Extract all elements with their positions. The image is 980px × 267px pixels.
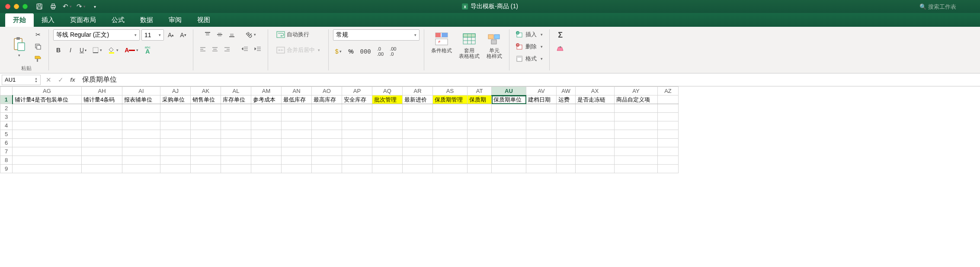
column-header[interactable]: AR [403,87,433,95]
cell[interactable] [251,104,282,113]
increase-decimal-button[interactable]: .0.00 [375,45,386,58]
undo-button[interactable]: ↶ [63,3,71,10]
cell[interactable] [576,156,615,165]
tab-home[interactable]: 开始 [5,13,34,27]
cell[interactable] [372,139,403,147]
cell[interactable] [122,139,160,147]
number-format-combo[interactable]: 常规▾ [333,29,420,41]
cell[interactable] [526,130,557,139]
cell[interactable] [492,104,526,113]
name-box-up[interactable]: ▲ [35,77,38,80]
cell[interactable] [160,121,191,130]
cell[interactable]: 参考成本 [251,95,282,104]
cell[interactable] [526,156,557,165]
cell[interactable] [615,139,658,147]
cell[interactable] [557,130,576,139]
font-name-combo[interactable]: 等线 Regular (正文)▾ [53,29,140,41]
decrease-decimal-button[interactable]: .00.0 [388,45,398,58]
cell[interactable] [221,113,251,121]
cell[interactable] [433,104,468,113]
row-header[interactable]: 4 [0,121,13,130]
clear-button[interactable] [554,44,567,54]
row-header[interactable]: 5 [0,130,13,139]
cell[interactable] [122,165,160,173]
cell[interactable] [526,121,557,130]
cell[interactable] [82,121,122,130]
font-color-button[interactable]: A [122,45,141,55]
cell[interactable] [82,156,122,165]
row-header[interactable]: 6 [0,139,13,147]
increase-indent-button[interactable] [252,44,263,54]
cell[interactable] [251,113,282,121]
cell[interactable] [615,165,658,173]
cell[interactable] [658,139,679,147]
format-painter-button[interactable] [32,54,44,64]
cell[interactable] [282,139,312,147]
cell[interactable] [282,130,312,139]
cell[interactable] [403,104,433,113]
cell[interactable]: 保质期单位 [492,95,526,104]
cut-button[interactable]: ✂ [33,29,43,40]
row-header[interactable]: 2 [0,104,13,113]
cell[interactable] [526,139,557,147]
cell[interactable] [576,147,615,156]
cell[interactable] [282,165,312,173]
spreadsheet-grid[interactable]: AGAHAIAJAKALAMANAOAPAQARASATAUAVAWAXAYAZ… [0,86,980,173]
cell[interactable] [403,121,433,130]
cell[interactable] [526,113,557,121]
cell[interactable] [282,147,312,156]
column-header[interactable]: AZ [658,87,679,95]
align-top-button[interactable] [202,29,213,40]
cell[interactable] [191,165,221,173]
row-header[interactable]: 8 [0,156,13,165]
cell[interactable] [403,156,433,165]
cell[interactable] [122,130,160,139]
cell[interactable] [312,139,342,147]
percent-button[interactable]: % [346,46,356,57]
cell[interactable] [658,113,679,121]
cell[interactable] [13,165,82,173]
cell[interactable] [13,113,82,121]
search-input[interactable] [928,3,971,10]
cell[interactable] [282,104,312,113]
cell[interactable] [122,147,160,156]
cell[interactable] [13,139,82,147]
cell[interactable] [160,104,191,113]
cell[interactable] [82,113,122,121]
cell[interactable] [492,113,526,121]
cell[interactable] [312,130,342,139]
column-header[interactable]: AJ [160,87,191,95]
cell[interactable] [251,139,282,147]
cell[interactable] [191,139,221,147]
redo-button[interactable]: ↷ [77,3,85,10]
cell[interactable] [122,104,160,113]
cell[interactable]: 安全库存 [342,95,372,104]
cell[interactable] [557,139,576,147]
decrease-indent-button[interactable] [239,44,250,54]
phonetic-button[interactable]: abcA [142,45,153,55]
cell[interactable] [433,130,468,139]
insert-cells-button[interactable]: + 插入 [514,29,545,40]
cell[interactable] [492,130,526,139]
cell[interactable] [160,156,191,165]
cell[interactable] [372,165,403,173]
cell[interactable] [82,130,122,139]
cell[interactable] [191,121,221,130]
cell[interactable]: 是否走冻链 [576,95,615,104]
cell[interactable] [658,121,679,130]
underline-button[interactable]: U▾ [77,45,89,55]
column-header[interactable]: AK [191,87,221,95]
cell[interactable] [160,165,191,173]
cell[interactable] [122,113,160,121]
cell[interactable] [372,156,403,165]
cell[interactable] [658,130,679,139]
align-middle-button[interactable] [215,29,225,40]
cell[interactable] [282,156,312,165]
cell[interactable] [160,130,191,139]
cell[interactable] [312,113,342,121]
column-header[interactable]: AS [433,87,468,95]
cell[interactable] [82,165,122,173]
format-as-table-button[interactable]: 套用 表格格式 [456,29,482,61]
cell[interactable] [576,130,615,139]
cell[interactable] [13,121,82,130]
